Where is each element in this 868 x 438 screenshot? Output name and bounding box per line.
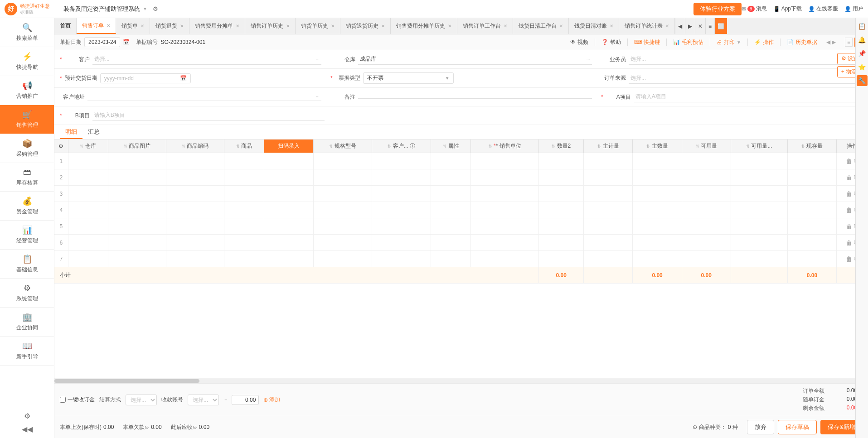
- row-current-qty-cell[interactable]: [787, 218, 836, 235]
- row-delete-icon[interactable]: 🗑: [846, 190, 852, 197]
- tab-sales-order[interactable]: 销售订单 ✕: [77, 18, 116, 34]
- right-icon-3[interactable]: 📌: [857, 48, 868, 59]
- row-delete-icon[interactable]: 🗑: [846, 255, 852, 263]
- tab-close-expense-split-history[interactable]: ✕: [448, 24, 451, 29]
- tab-close-ar-daily-reconcile[interactable]: ✕: [610, 24, 613, 29]
- tab-sales-return[interactable]: 销货单 ✕: [116, 18, 150, 34]
- row-available-qty-cell[interactable]: [682, 235, 731, 251]
- tab-summary[interactable]: 汇总: [82, 125, 105, 139]
- row-available-qty-cell[interactable]: [682, 153, 731, 169]
- sidebar-item-system[interactable]: ⚙ 系统管理: [0, 279, 54, 308]
- row-available-qty2-cell[interactable]: [731, 202, 787, 218]
- row-product-image-cell[interactable]: [108, 218, 166, 235]
- row-scan-cell[interactable]: [264, 202, 314, 218]
- row-available-qty-cell[interactable]: [682, 202, 731, 218]
- row-qty2-cell[interactable]: [539, 153, 584, 169]
- sidebar-item-sales[interactable]: 🛒 销售管理: [0, 105, 54, 134]
- row-attributes-cell[interactable]: [431, 235, 471, 251]
- row-warehouse-cell[interactable]: [68, 153, 108, 169]
- col-available-qty[interactable]: ⇅ 可用量: [682, 140, 731, 153]
- sidebar-item-search[interactable]: 🔍 搜索菜单: [0, 18, 54, 47]
- tab-sales-order-stats[interactable]: 销售订单统计表 ✕: [619, 18, 675, 34]
- tab-sales-return-history[interactable]: 销货单历史 ✕: [296, 18, 340, 34]
- col-qty2[interactable]: ⇅ 数量2: [539, 140, 584, 153]
- row-spec-model-cell[interactable]: [314, 186, 372, 202]
- tab-home[interactable]: 首页: [54, 18, 77, 34]
- row-available-qty-cell[interactable]: [682, 251, 731, 267]
- tab-close-all-button[interactable]: ✕: [695, 18, 705, 34]
- tab-prev-button[interactable]: ◀: [675, 18, 685, 34]
- row-attributes-cell[interactable]: [431, 186, 471, 202]
- tab-sales-expense-split[interactable]: 销售费用分摊单 ✕: [189, 18, 245, 34]
- add-button[interactable]: ⊕ 添加: [263, 396, 280, 404]
- order-source-input[interactable]: 选择... ▼: [629, 73, 863, 84]
- right-icon-5[interactable]: 🔧: [857, 75, 868, 86]
- col-settings[interactable]: ⚙: [54, 140, 68, 153]
- row-scan-cell[interactable]: [264, 169, 314, 186]
- col-product-code[interactable]: ⇅ 商品编码: [166, 140, 224, 153]
- discard-button[interactable]: 放弃: [747, 420, 774, 434]
- row-product-image-cell[interactable]: [108, 251, 166, 267]
- row-current-qty-cell[interactable]: [787, 186, 836, 202]
- sidebar-item-quick-nav[interactable]: ⚡ 快捷导航: [0, 47, 54, 76]
- tab-close-sales-refund[interactable]: ✕: [180, 24, 184, 29]
- sidebar-item-inventory[interactable]: 🗃 库存核算: [0, 163, 54, 192]
- row-sales-unit-cell[interactable]: [471, 251, 539, 267]
- row-available-qty2-cell[interactable]: [731, 186, 787, 202]
- row-warehouse-cell[interactable]: [68, 218, 108, 235]
- list-view-icon[interactable]: ≡: [845, 38, 853, 47]
- row-product-code-cell[interactable]: [166, 202, 224, 218]
- row-main-unit-cell[interactable]: [584, 169, 633, 186]
- row-product-code-cell[interactable]: [166, 186, 224, 202]
- row-product-image-cell[interactable]: [108, 186, 166, 202]
- row-attributes-cell[interactable]: [431, 251, 471, 267]
- right-icon-2[interactable]: 🔔: [857, 34, 868, 45]
- row-current-qty-cell[interactable]: [787, 153, 836, 169]
- receipt-account-select[interactable]: 选择...: [188, 395, 219, 405]
- shortcut-button[interactable]: ⌨ 快捷键: [634, 39, 660, 46]
- b-project-input[interactable]: 请输入B项目: [92, 110, 325, 121]
- row-qty2-cell[interactable]: [539, 186, 584, 202]
- row-available-qty-cell[interactable]: [682, 218, 731, 235]
- tab-close-refund-history[interactable]: ✕: [381, 24, 385, 29]
- row-main-unit-cell[interactable]: [584, 202, 633, 218]
- row-spec-model-cell[interactable]: [314, 153, 372, 169]
- tab-sales-order-workbench[interactable]: 销售订单工作台 ✕: [457, 18, 513, 34]
- sidebar-settings-icon[interactable]: ⚙: [24, 412, 30, 420]
- row-product-image-cell[interactable]: [108, 202, 166, 218]
- row-customer-attr-cell[interactable]: [372, 235, 431, 251]
- col-product[interactable]: ⇅ 商品: [224, 140, 264, 153]
- row-available-qty2-cell[interactable]: [731, 235, 787, 251]
- row-available-qty2-cell[interactable]: [731, 251, 787, 267]
- tab-next-button[interactable]: ▶: [685, 18, 695, 34]
- tab-close-sales-order-stats[interactable]: ✕: [665, 24, 669, 29]
- amount-input[interactable]: [232, 395, 259, 405]
- row-scan-cell[interactable]: [264, 153, 314, 169]
- row-current-qty-cell[interactable]: [787, 202, 836, 218]
- a-project-input[interactable]: 请输入A项目: [634, 91, 863, 102]
- view-button[interactable]: 👁 视频: [570, 39, 588, 46]
- row-available-qty-cell[interactable]: [682, 186, 731, 202]
- row-product-cell[interactable]: [224, 169, 264, 186]
- scrollbar-thumb[interactable]: [54, 379, 199, 383]
- row-product-image-cell[interactable]: [108, 169, 166, 186]
- online-service-item[interactable]: 👤 在线客服: [808, 5, 838, 13]
- col-attributes[interactable]: ⇅ 属性: [431, 140, 471, 153]
- row-customer-attr-cell[interactable]: [372, 218, 431, 235]
- tab-close-order-history[interactable]: ✕: [286, 24, 290, 29]
- sidebar-item-guide[interactable]: 📖 新手引导: [0, 337, 54, 366]
- row-spec-model-cell[interactable]: [314, 218, 372, 235]
- row-product-cell[interactable]: [224, 186, 264, 202]
- one-click-checkout-checkbox[interactable]: 一键收订金: [60, 396, 95, 404]
- row-scan-cell[interactable]: [264, 218, 314, 235]
- tab-close-expense-split[interactable]: ✕: [236, 24, 239, 29]
- row-qty2-cell[interactable]: [539, 251, 584, 267]
- col-sales-unit[interactable]: ⇅ ** 销售单位: [471, 140, 539, 153]
- row-sales-unit-cell[interactable]: [471, 235, 539, 251]
- col-spec-model[interactable]: ⇅ 规格型号: [314, 140, 372, 153]
- sidebar-item-enterprise[interactable]: 🏢 企业协同: [0, 308, 54, 337]
- tab-close-return-history[interactable]: ✕: [331, 24, 335, 29]
- customer-address-input[interactable]: ···: [87, 93, 321, 101]
- row-sales-unit-cell[interactable]: [471, 169, 539, 186]
- tab-ar-daily-reconcile[interactable]: 钱贷日清对账 ✕: [569, 18, 619, 34]
